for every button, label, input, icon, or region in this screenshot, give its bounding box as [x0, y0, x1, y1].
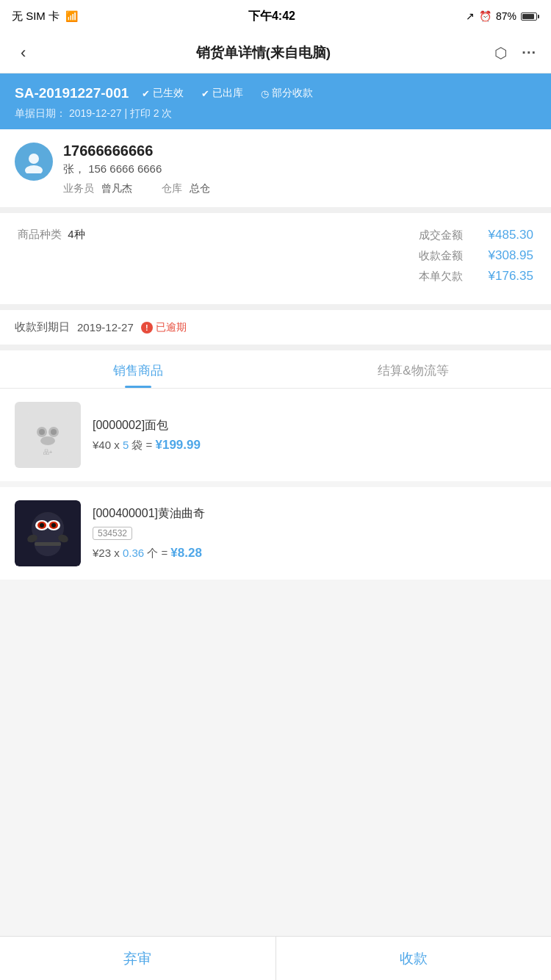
- more-button[interactable]: ···: [522, 44, 536, 61]
- carrier-text: 无 SIM 卡: [12, 10, 60, 24]
- check-icon-2: [201, 87, 209, 99]
- received-amount-row: 收款金额 ¥308.95: [419, 248, 533, 263]
- status-time: 下午4:42: [248, 9, 295, 24]
- summary-section: 商品种类 4种 成交金额 ¥485.30 收款金额 ¥308.95 本单欠款 ¥…: [0, 213, 551, 310]
- product-info-2: [000400001]黄油曲奇 534532 ¥23 x 0.36 个 = ¥8…: [93, 506, 536, 561]
- product-tag-2: 534532: [93, 527, 132, 540]
- clock-icon: [261, 87, 269, 99]
- svg-rect-19: [35, 542, 61, 546]
- overdue-dot-icon: !: [141, 322, 153, 334]
- order-header: SA-20191227-001 已生效 已出库 部分收款 单据日期： 2019-…: [0, 73, 551, 129]
- battery-percent: 87%: [496, 10, 516, 22]
- sales-rep: 业务员 曾凡杰: [63, 182, 132, 195]
- product-total-2: ¥8.28: [170, 546, 202, 560]
- svg-point-0: [29, 154, 39, 164]
- due-date-label: 收款到期日: [15, 320, 70, 334]
- wifi-icon: 📶: [65, 10, 78, 22]
- svg-point-17: [51, 523, 56, 527]
- product-types: 商品种类 4种: [18, 228, 419, 242]
- svg-point-1: [25, 165, 43, 173]
- product-list: 品+ [0000002]面包 ¥40 x 5 袋 = ¥199.99: [0, 389, 551, 580]
- alarm-icon: ⏰: [479, 10, 491, 22]
- nav-bar: ‹ 销货单详情(来自电脑) ⬡ ···: [0, 32, 551, 73]
- collect-button[interactable]: 收款: [276, 937, 552, 980]
- badge-shipped: 已出库: [197, 85, 248, 101]
- back-button[interactable]: ‹: [15, 37, 32, 68]
- due-date-value: 2019-12-27: [77, 321, 134, 334]
- product-price-line-2: ¥23 x 0.36 个 = ¥8.28: [93, 546, 536, 561]
- product-name-2: [000400001]黄油曲奇: [93, 506, 536, 522]
- customer-section: 17666666666 张， 156 6666 6666 业务员 曾凡杰 仓库 …: [0, 129, 551, 213]
- badge-effective: 已生效: [137, 85, 188, 101]
- product-item-1: 品+ [0000002]面包 ¥40 x 5 袋 = ¥199.99: [0, 389, 551, 481]
- tab-settlement[interactable]: 结算&物流等: [276, 350, 551, 388]
- product-cookie-icon: [15, 500, 81, 566]
- product-info-1: [0000002]面包 ¥40 x 5 袋 = ¥199.99: [93, 418, 536, 453]
- product-image-2: [15, 500, 81, 566]
- status-left: 无 SIM 卡 📶: [12, 10, 78, 24]
- status-bar: 无 SIM 卡 📶 下午4:42 ↗ ⏰ 87%: [0, 0, 551, 32]
- product-price-line-1: ¥40 x 5 袋 = ¥199.99: [93, 438, 536, 453]
- customer-info: 17666666666 张， 156 6666 6666 业务员 曾凡杰 仓库 …: [63, 143, 536, 195]
- customer-phone: 张， 156 6666 6666: [63, 162, 536, 176]
- overdue-badge: ! 已逾期: [141, 321, 187, 334]
- svg-point-16: [40, 523, 44, 527]
- order-date-line: 单据日期： 2019-12-27 | 打印 2 次: [15, 107, 536, 120]
- due-date-section: 收款到期日 2019-12-27 ! 已逾期: [0, 310, 551, 350]
- battery-icon: [521, 12, 539, 21]
- customer-id: 17666666666: [63, 143, 536, 159]
- product-placeholder-icon: 品+: [26, 413, 70, 457]
- tabs-bar: 销售商品 结算&物流等: [0, 350, 551, 389]
- customer-meta: 业务员 曾凡杰 仓库 总仓: [63, 182, 536, 195]
- product-image-1: 品+: [15, 402, 81, 468]
- avatar: [15, 143, 53, 181]
- badge-partial: 部分收款: [256, 85, 317, 101]
- svg-point-5: [39, 429, 45, 435]
- bottom-bar: 弃审 收款: [0, 936, 551, 980]
- status-right: ↗ ⏰ 87%: [466, 10, 539, 22]
- svg-point-7: [40, 436, 55, 445]
- summary-left: 商品种类 4种: [18, 228, 419, 245]
- share-button[interactable]: ⬡: [494, 44, 507, 62]
- check-icon: [142, 87, 150, 99]
- product-name-1: [0000002]面包: [93, 418, 536, 433]
- due-amount-row: 本单欠款 ¥176.35: [419, 269, 533, 284]
- warehouse: 仓库 总仓: [162, 182, 210, 195]
- svg-text:品+: 品+: [43, 449, 53, 455]
- nav-actions: ⬡ ···: [494, 44, 536, 62]
- location-icon: ↗: [466, 10, 475, 22]
- svg-point-6: [51, 429, 57, 435]
- user-avatar-icon: [22, 150, 46, 173]
- page-title: 销货单详情(来自电脑): [196, 43, 331, 62]
- transaction-amount-row: 成交金额 ¥485.30: [419, 228, 533, 242]
- order-id: SA-20191227-001: [15, 85, 129, 101]
- tab-sales-products[interactable]: 销售商品: [0, 350, 276, 388]
- summary-right: 成交金额 ¥485.30 收款金额 ¥308.95 本单欠款 ¥176.35: [419, 228, 533, 289]
- product-item-2: [000400001]黄油曲奇 534532 ¥23 x 0.36 个 = ¥8…: [0, 487, 551, 580]
- product-qty-1: 5: [123, 439, 129, 451]
- reject-button[interactable]: 弃审: [0, 937, 276, 980]
- product-total-1: ¥199.99: [156, 438, 201, 452]
- product-qty-2: 0.36: [123, 547, 144, 559]
